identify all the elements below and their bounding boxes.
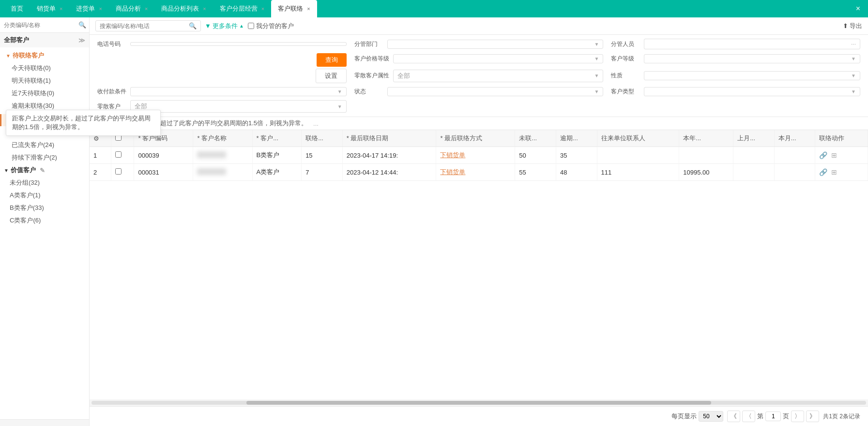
pending-contact-group-title[interactable]: ▼ 待联络客户 xyxy=(0,49,89,62)
next-page-btn[interactable]: 〉 xyxy=(791,411,804,422)
tooltip-bar: 距客户上次交易时长，超过了此客户的平均交易周期的1.5倍，则视为异常。 ... xyxy=(90,117,868,130)
my-customers-checkbox[interactable]: 我分管的客户 xyxy=(248,22,294,30)
th-name[interactable]: * 客户名称 xyxy=(193,130,252,147)
branch-dept-select[interactable]: ▼ xyxy=(387,40,604,49)
export-button[interactable]: ⬆ 导出 xyxy=(843,22,862,30)
last-page-btn[interactable]: 》 xyxy=(806,411,819,422)
close-sales-tab[interactable]: × xyxy=(60,0,62,17)
payment-select[interactable]: ▼ xyxy=(130,87,347,96)
more-conditions-btn[interactable]: ▼ 更多条件 ▲ xyxy=(205,22,244,30)
retail-attr-select[interactable]: 全部 ▼ xyxy=(393,70,604,82)
nav-item-analysis-list[interactable]: 商品分析列表 × xyxy=(154,0,213,17)
query-button[interactable]: 查询 xyxy=(317,53,347,67)
customer-type-select[interactable]: ▼ xyxy=(644,87,860,96)
row2-grid-icon[interactable]: ⊞ xyxy=(831,168,837,176)
nav-item-home[interactable]: 首页 xyxy=(4,0,30,17)
th-last-month[interactable]: 上月... xyxy=(733,130,775,147)
nav-item-sales[interactable]: 销货单 × xyxy=(30,0,69,17)
row2-unlisted: 55 xyxy=(515,164,556,181)
th-last-contact-method[interactable]: * 最后联络方式 xyxy=(436,130,515,147)
per-page-select[interactable]: 50 100 xyxy=(699,411,723,422)
gender-select[interactable]: ▼ xyxy=(644,71,860,80)
th-this-month[interactable]: 本月... xyxy=(774,130,815,147)
sidebar-item-tomorrow[interactable]: 明天待联络(1) xyxy=(0,74,89,87)
horizontal-scroll[interactable] xyxy=(90,399,868,406)
prev-page-btn[interactable]: 〈 xyxy=(742,411,755,422)
status-arrow: ▼ xyxy=(594,89,599,94)
row1-overdue: 35 xyxy=(556,147,597,164)
settings-button[interactable]: 设置 xyxy=(316,69,347,83)
row2-last-contact-method[interactable]: 下销货单 xyxy=(436,164,515,181)
row1-grid-icon[interactable]: ⊞ xyxy=(831,151,837,159)
close-window-button[interactable]: × xyxy=(852,4,864,13)
per-page-selector: 每页显示 50 100 xyxy=(671,411,723,422)
sidebar-item-b-class[interactable]: B类客户(33) xyxy=(0,202,89,214)
my-customers-check[interactable] xyxy=(248,23,254,29)
value-group-edit-icon[interactable]: ✎ xyxy=(40,167,45,174)
branch-person-more[interactable]: ··· xyxy=(851,41,856,47)
th-contact-count[interactable]: 联络... xyxy=(302,130,343,147)
first-page-btn[interactable]: 《 xyxy=(727,411,740,422)
nav-item-customer-contact[interactable]: 客户联络 × xyxy=(271,0,317,17)
filter-phone: 电话号码 xyxy=(97,39,347,49)
top-navigation: 首页 销货单 × 进货单 × 商品分析 × 商品分析列表 × 客户分层经营 × … xyxy=(0,0,868,17)
pagination-controls: 《 〈 第 页 〉 》 xyxy=(727,411,819,422)
th-last-contact-date[interactable]: * 最后联络日期 xyxy=(342,130,436,147)
retail-customer-arrow: ▼ xyxy=(337,104,342,109)
sidebar-search-input[interactable] xyxy=(4,22,76,29)
row1-link-icon[interactable]: 🔗 xyxy=(819,151,827,159)
sidebar-item-declining[interactable]: 持续下滑客户(2) xyxy=(0,151,89,164)
sidebar-item-a-class[interactable]: A类客户(1) xyxy=(0,189,89,202)
scroll-thumb[interactable] xyxy=(246,401,711,405)
main-search-icon[interactable]: 🔍 xyxy=(189,22,197,29)
customer-grade-select[interactable]: ▼ xyxy=(644,54,860,63)
pending-contact-group: ▼ 待联络客户 今天待联络(0) 明天待联络(1) 近7天待联络(0) 逾期未联… xyxy=(0,47,89,114)
th-actions: 联络动作 xyxy=(815,130,868,147)
th-overdue[interactable]: 逾期... xyxy=(556,130,597,147)
sidebar-collapse-icon[interactable]: ≫ xyxy=(78,37,85,44)
export-icon: ⬆ xyxy=(843,22,848,29)
retail-customer-select[interactable]: 全部 ▼ xyxy=(130,100,347,113)
row2-action-icons: 🔗 ⊞ xyxy=(819,168,864,176)
row1-check[interactable] xyxy=(115,151,122,158)
sidebar-scroll-bottom xyxy=(0,419,89,426)
nav-item-customer-tier[interactable]: 客户分层经营 × xyxy=(213,0,271,17)
row2-checkbox[interactable] xyxy=(111,164,134,181)
th-unlisted[interactable]: 未联... xyxy=(515,130,556,147)
th-customer-type[interactable]: * 客户... xyxy=(252,130,302,147)
th-contact-person[interactable]: 往来单位联系人 xyxy=(597,130,679,147)
customer-grade-arrow: ▼ xyxy=(851,56,856,61)
branch-person-select[interactable]: ··· xyxy=(644,39,860,49)
price-grade-select[interactable]: ▼ xyxy=(393,54,604,63)
pending-arrow-icon: ▼ xyxy=(6,53,11,59)
value-group-title[interactable]: ▼ 价值客户 ✎ xyxy=(0,164,89,176)
tooltip-more-btn[interactable]: ... xyxy=(313,120,319,127)
close-analysis-list-tab[interactable]: × xyxy=(203,0,206,17)
close-purchase-tab[interactable]: × xyxy=(99,0,102,17)
row2-contact-count: 7 xyxy=(302,164,343,181)
close-customer-contact-tab[interactable]: × xyxy=(307,0,310,17)
sidebar-item-ungroups[interactable]: 未分组(32) xyxy=(0,176,89,189)
main-search-input[interactable] xyxy=(100,23,187,29)
row2-link-icon[interactable]: 🔗 xyxy=(819,168,827,176)
row1-last-contact-method[interactable]: 下销货单 xyxy=(436,147,515,164)
nav-item-analysis[interactable]: 商品分析 × xyxy=(109,0,154,17)
th-year-amount[interactable]: 本年... xyxy=(679,130,733,147)
close-customer-tier-tab[interactable]: × xyxy=(261,0,264,17)
sidebar-item-churned[interactable]: 已流失客户(24) xyxy=(0,139,89,151)
row1-checkbox[interactable] xyxy=(111,147,134,164)
phone-input[interactable] xyxy=(130,42,347,46)
sidebar-item-today[interactable]: 今天待联络(0) xyxy=(0,62,89,74)
page-number-input[interactable] xyxy=(765,411,781,421)
row1-contact-count: 15 xyxy=(302,147,343,164)
sidebar-search-icon[interactable]: 🔍 xyxy=(78,21,86,29)
sidebar-item-7days[interactable]: 近7天待联络(0) xyxy=(0,87,89,100)
sidebar: 🔍 全部客户 ≫ ▼ 待联络客户 今天待联络(0) 明天待联络(1) 近7天待联… xyxy=(0,17,90,426)
nav-item-purchase[interactable]: 进货单 × xyxy=(69,0,108,17)
status-select[interactable]: ▼ xyxy=(387,87,604,96)
sidebar-item-c-class[interactable]: C类客户(6) xyxy=(0,214,89,227)
close-analysis-tab[interactable]: × xyxy=(145,0,148,17)
row2-check[interactable] xyxy=(115,168,122,175)
scroll-track[interactable] xyxy=(91,401,866,405)
gender-arrow: ▼ xyxy=(851,73,856,78)
